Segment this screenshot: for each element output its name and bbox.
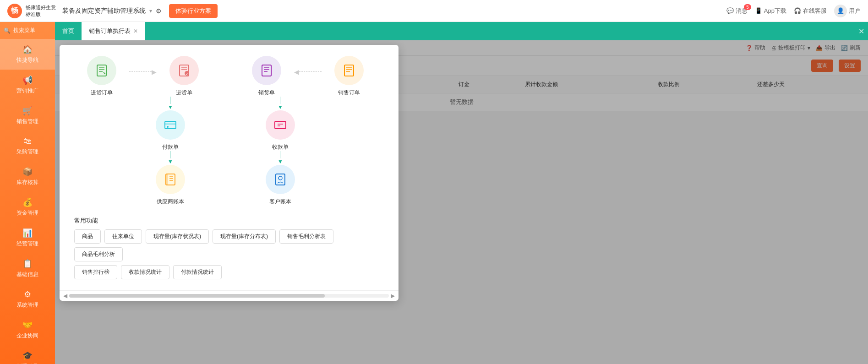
node-customer-ledger[interactable]: 客户账本 — [253, 165, 308, 206]
payment-bill-label: 付款单 — [162, 143, 179, 151]
trial-button[interactable]: 体验行业方案 — [169, 4, 218, 18]
supplier-ledger-label: 供应商账本 — [157, 198, 184, 206]
message-icon: 💬 — [726, 7, 734, 14]
home-icon: 🏠 — [22, 44, 33, 54]
supplier-ledger-icon — [156, 165, 185, 194]
svg-point-11 — [167, 126, 169, 128]
modal-box: 进货订单 ▶ — [60, 45, 399, 301]
receipt-bill-icon — [266, 110, 295, 140]
sidebar-item-finance[interactable]: 💰 资金管理 — [0, 192, 55, 223]
scrollbar-thumb — [69, 294, 325, 298]
logo-area: 畅 畅康通好生意 标准版 — [7, 4, 62, 18]
avatar: 👤 — [834, 5, 847, 17]
user-item[interactable]: 👤 用户 — [834, 5, 861, 17]
func-btn-product-profit[interactable]: 商品毛利分析 — [74, 247, 123, 261]
header-right: 💬 消息 5 📱 App下载 🎧 在线客服 👤 用户 — [726, 5, 861, 17]
payment-bill-icon — [156, 110, 185, 140]
app-download-item[interactable]: 📱 App下载 — [755, 7, 786, 15]
scrollbar-track[interactable] — [69, 294, 389, 298]
headset-icon: 🎧 — [794, 7, 801, 14]
svg-rect-17 — [262, 65, 271, 76]
close-all-tabs-icon[interactable]: ✕ — [858, 27, 864, 36]
system-title: 装备及固定资产辅助管理系统 ▾ ⚙ 体验行业方案 — [62, 4, 726, 18]
main-content: 首页 销售订单执行表 ✕ ✕ ❓ 帮助 🖨 按模板打印 ▾ — [55, 22, 868, 364]
sales-order-label: 销售订单 — [338, 89, 360, 97]
sidebar-item-newbie[interactable]: 🎓 新手引导 — [0, 345, 55, 364]
system-icon: ⚙ — [24, 289, 31, 299]
logo-icon: 畅 — [7, 4, 22, 18]
purchase-order-icon — [87, 56, 116, 85]
tab-sales-order-exec[interactable]: 销售订单执行表 ✕ — [82, 22, 145, 40]
purchase-bill-icon: ✓ — [169, 56, 199, 85]
flow-diagram: 进货订单 ▶ — [74, 56, 384, 206]
func-btn-sales-profit[interactable]: 销售毛利分析表 — [279, 229, 333, 244]
svg-rect-28 — [276, 174, 285, 185]
sidebar: 🔍 搜索菜单 🏠 快捷导航 📢 营销推广 🛒 销售管理 🛍 采购管理 📦 库存核… — [0, 22, 55, 364]
sidebar-item-inventory[interactable]: 📦 库存核算 — [0, 161, 55, 192]
sidebar-item-base-info[interactable]: 📋 基础信息 — [0, 253, 55, 284]
svg-rect-10 — [165, 123, 176, 125]
func-btn-stock-status[interactable]: 现存量(库存状况表) — [146, 229, 209, 244]
settings-icon[interactable]: ⚙ — [156, 7, 162, 15]
modal-scrollbar: ◀ ▶ — [60, 290, 399, 301]
node-payment-bill[interactable]: 付款单 — [143, 110, 198, 151]
func-btn-counterpart[interactable]: 往来单位 — [104, 229, 142, 244]
tab-home[interactable]: 首页 — [55, 22, 82, 40]
func-buttons-row1: 商品 往来单位 现存量(库存状况表) 现存量(库存分布表) 销售毛利分析表 商品… — [74, 229, 384, 261]
tab-bar: 首页 销售订单执行表 ✕ ✕ — [55, 22, 868, 40]
sidebar-item-quick-nav[interactable]: 🏠 快捷导航 — [0, 39, 55, 70]
purchase-icon: 🛍 — [23, 136, 32, 146]
enterprise-icon: 🤝 — [22, 320, 33, 330]
func-btn-stock-dist[interactable]: 现存量(库存分布表) — [213, 229, 276, 244]
modal-content: 进货订单 ▶ — [60, 45, 399, 290]
func-btn-receipt-stats[interactable]: 收款情况统计 — [121, 265, 169, 279]
close-tab-icon[interactable]: ✕ — [133, 28, 138, 34]
sales-bill-label: 销货单 — [258, 89, 275, 97]
purchase-bill-label: 进货单 — [176, 89, 192, 97]
top-header: 畅 畅康通好生意 标准版 装备及固定资产辅助管理系统 ▾ ⚙ 体验行业方案 💬 … — [0, 0, 868, 22]
func-btn-payment-stats[interactable]: 付款情况统计 — [173, 265, 222, 279]
sidebar-item-purchase[interactable]: 🛍 采购管理 — [0, 131, 55, 161]
message-item[interactable]: 💬 消息 5 — [726, 7, 748, 15]
system-dropdown-icon[interactable]: ▾ — [149, 8, 152, 14]
svg-text:✓: ✓ — [186, 72, 189, 76]
logo-text: 畅康通好生意 标准版 — [26, 4, 56, 17]
phone-icon: 📱 — [755, 7, 762, 14]
sales-icon: 🛒 — [22, 106, 33, 116]
node-sales-bill[interactable]: 销货单 — [239, 56, 294, 97]
node-receipt-bill[interactable]: 收款单 — [253, 110, 308, 151]
sidebar-item-operation[interactable]: 📊 经营管理 — [0, 223, 55, 253]
newbie-icon: 🎓 — [22, 351, 33, 361]
node-purchase-order[interactable]: 进货订单 — [74, 56, 129, 97]
sidebar-item-marketing[interactable]: 📢 营销推广 — [0, 70, 55, 100]
customer-ledger-icon — [266, 165, 295, 194]
base-info-icon: 📋 — [22, 259, 33, 269]
sales-bill-icon — [252, 56, 281, 85]
purchase-order-label: 进货订单 — [91, 89, 113, 97]
svg-rect-25 — [275, 121, 286, 129]
message-badge: 5 — [744, 4, 751, 10]
main-layout: 🔍 搜索菜单 🏠 快捷导航 📢 营销推广 🛒 销售管理 🛍 采购管理 📦 库存核… — [0, 22, 868, 364]
customer-ledger-label: 客户账本 — [269, 198, 291, 206]
func-btn-product[interactable]: 商品 — [74, 229, 101, 244]
svg-rect-21 — [344, 65, 354, 76]
scroll-right-icon[interactable]: ▶ — [391, 293, 395, 299]
func-btn-sales-rank[interactable]: 销售排行榜 — [74, 265, 117, 279]
inventory-icon: 📦 — [22, 167, 33, 177]
svg-point-29 — [278, 176, 282, 180]
online-service-item[interactable]: 🎧 在线客服 — [794, 7, 827, 15]
sidebar-search[interactable]: 🔍 搜索菜单 — [0, 22, 55, 39]
sidebar-item-enterprise[interactable]: 🤝 企业协同 — [0, 315, 55, 345]
scroll-left-icon[interactable]: ◀ — [63, 293, 67, 299]
node-purchase-bill[interactable]: ✓ 进货单 — [157, 56, 212, 97]
node-sales-order[interactable]: 销售订单 — [322, 56, 377, 97]
sidebar-item-system[interactable]: ⚙ 系统管理 — [0, 284, 55, 315]
search-icon: 🔍 — [4, 27, 11, 34]
receipt-bill-label: 收款单 — [272, 143, 289, 151]
marketing-icon: 📢 — [22, 75, 33, 85]
modal-overlay: 进货订单 ▶ — [55, 40, 868, 364]
sidebar-item-sales[interactable]: 🛒 销售管理 — [0, 100, 55, 131]
func-section: 常用功能 商品 往来单位 现存量(库存状况表) 现存量(库存分布表) 销售毛利分… — [74, 217, 384, 279]
sales-order-icon — [334, 56, 364, 85]
node-supplier-ledger[interactable]: 供应商账本 — [143, 165, 198, 206]
